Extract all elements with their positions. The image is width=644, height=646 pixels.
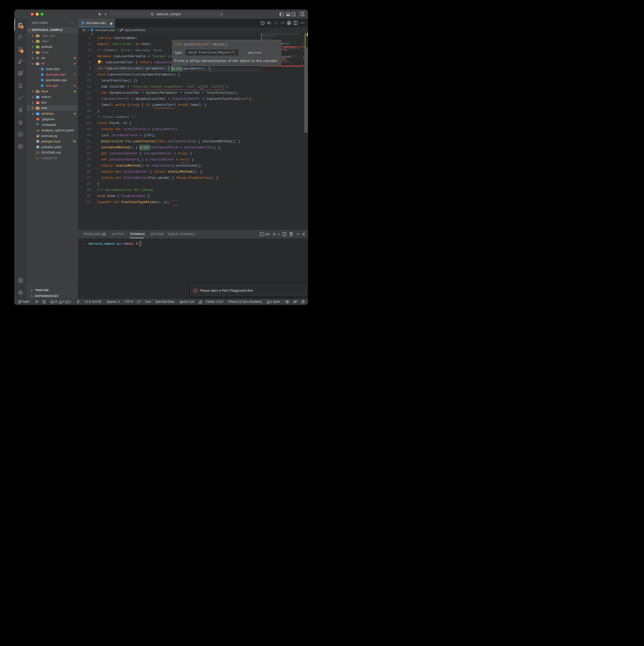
svg-text:YML: YML [36,130,39,131]
svg-text:</>: </> [36,157,39,160]
